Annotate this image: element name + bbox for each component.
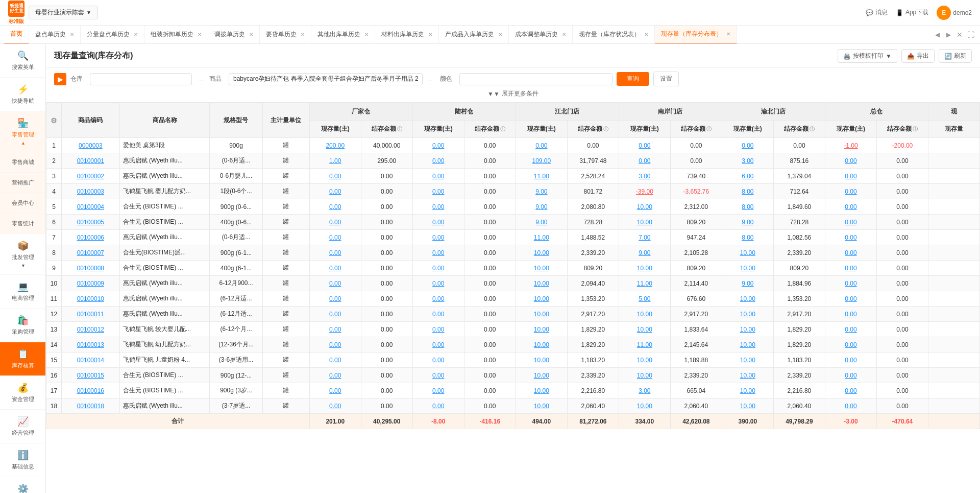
close-icon[interactable]: ✕: [70, 32, 74, 37]
settings-icon[interactable]: ⚙: [51, 116, 57, 125]
nav-prev-icon[interactable]: ◀: [932, 30, 942, 40]
tab-product-in[interactable]: 产成品入库单历史 ✕: [439, 26, 509, 44]
laptop-icon: 💻: [17, 281, 29, 292]
col-name-header: 商品名称: [119, 103, 210, 138]
cell-jb-amt: 2,339.20: [567, 245, 619, 261]
sidebar: 🔍 搜索英单 ⚡ 快捷导航 🏪 零售管理 ▲ 零售商城 营销推广 会员中心 零售…: [0, 44, 46, 493]
cell-na-amt: 947.24: [670, 230, 722, 245]
nav-close-all-icon[interactable]: ✕: [954, 30, 965, 40]
export-btn[interactable]: 📤 导出: [901, 49, 935, 63]
sidebar-item-purchase[interactable]: 🛍️ 采购管理: [0, 309, 45, 342]
info-icon[interactable]: ⓘ: [603, 126, 608, 132]
collapse-arrow[interactable]: ▶: [54, 73, 66, 85]
query-btn[interactable]: 查询: [617, 72, 649, 86]
info-icon[interactable]: ⓘ: [500, 126, 505, 132]
tab-inventory-check[interactable]: 盘点单历史 ✕: [29, 26, 81, 44]
cell-code: 0000003: [62, 138, 120, 153]
sidebar-item-inventory[interactable]: 📋 库存核算: [0, 342, 45, 376]
sidebar-label: 采购管理: [12, 328, 34, 336]
nav-expand-icon[interactable]: ⛶: [966, 30, 976, 40]
sidebar-item-wholesale[interactable]: 📦 批发管理 ▼: [0, 234, 45, 275]
settings-btn[interactable]: 设置: [653, 72, 679, 86]
close-icon[interactable]: ✕: [726, 31, 730, 37]
industry-selector[interactable]: 母婴行业演示陈套 ▼: [29, 6, 98, 19]
cell-jb-amt: 2,094.40: [567, 276, 619, 291]
tab-cost-adjust[interactable]: 成本调整单历史 ✕: [509, 26, 573, 44]
message-btn[interactable]: 💬 消息: [866, 8, 888, 17]
col-na-qty: 现存量(主): [619, 121, 670, 138]
tab-stock-status[interactable]: 现存量（库存状况表） ✕: [573, 26, 655, 44]
cell-total-qty: 0.00: [825, 230, 876, 245]
tab-sub-inventory[interactable]: 分量盘点单历史 ✕: [81, 26, 144, 44]
cell-unit: 罐: [262, 215, 309, 230]
tab-other-out[interactable]: 其他出库单历史 ✕: [311, 26, 375, 44]
tab-material-out[interactable]: 材料出库单历史 ✕: [375, 26, 439, 44]
info-icon[interactable]: ⓘ: [913, 126, 918, 132]
close-icon[interactable]: ✕: [428, 32, 432, 37]
close-icon[interactable]: ✕: [301, 32, 305, 37]
close-icon[interactable]: ✕: [249, 32, 253, 37]
close-icon[interactable]: ✕: [134, 32, 138, 37]
sidebar-item-nav[interactable]: ⚡ 快捷导航: [0, 78, 45, 111]
info-icon[interactable]: ⓘ: [397, 126, 402, 132]
tab-requisition[interactable]: 要货单历史 ✕: [260, 26, 311, 44]
cell-f-amt: 0.00: [361, 307, 412, 322]
info-icon[interactable]: ⓘ: [706, 126, 712, 132]
sidebar-item-marketing[interactable]: 营销推广: [0, 173, 45, 193]
cell-f-qty: 0.00: [309, 169, 361, 184]
sidebar-item-retail-mall[interactable]: 零售商城: [0, 152, 45, 173]
sidebar-item-search[interactable]: 🔍 搜索英单: [0, 44, 45, 78]
cell-l-qty: 0.00: [412, 138, 464, 153]
close-icon[interactable]: ✕: [562, 32, 566, 37]
cell-na-qty: 11.00: [619, 276, 670, 291]
tab-label: 调拨单历史: [214, 30, 245, 39]
sidebar-item-retail-mgmt[interactable]: 🏪 零售管理 ▲: [0, 111, 45, 152]
print-btn[interactable]: 🖨️ 按模板打印 ▼: [838, 49, 897, 63]
cell-code: 00100005: [62, 215, 120, 230]
tab-stock-dist[interactable]: 现存量（库存分布表） ✕: [655, 26, 737, 44]
sidebar-item-ecommerce[interactable]: 💻 电商管理: [0, 275, 45, 309]
cell-no: 1: [46, 138, 62, 153]
cell-no: 15: [46, 353, 62, 368]
sidebar-item-member[interactable]: 会员中心: [0, 193, 45, 214]
sidebar-item-operations[interactable]: 📈 经营管理: [0, 410, 45, 443]
sidebar-item-retail-stat[interactable]: 零售统计: [0, 214, 45, 234]
refresh-btn[interactable]: 🔄 刷新: [939, 49, 972, 63]
print-icon: 🖨️: [843, 53, 851, 60]
gear-icon: ⚙️: [17, 483, 29, 493]
cell-f-qty: 0.00: [309, 230, 361, 245]
cell-na-qty: 10.00: [619, 322, 670, 337]
sidebar-item-basic[interactable]: ℹ️ 基础信息: [0, 443, 45, 477]
cell-jb-amt: 809.20: [567, 261, 619, 276]
cell-spec: 900g (3岁...: [210, 383, 262, 398]
user-area[interactable]: E demo2: [937, 6, 972, 20]
cell-na-amt: 676.60: [670, 291, 722, 307]
cell-name: 飞鹤星飞帆 幼儿配方奶...: [119, 337, 210, 353]
sidebar-item-finance[interactable]: 💰 资金管理: [0, 376, 45, 410]
tab-assembly[interactable]: 组装拆卸单历史 ✕: [144, 26, 208, 44]
warehouse-input[interactable]: [90, 73, 192, 85]
cell-yb-amt: 2,917.20: [773, 307, 825, 322]
close-icon[interactable]: ✕: [198, 32, 202, 37]
cell-extra: [928, 307, 979, 322]
cell-na-qty: 7.00: [619, 230, 670, 245]
close-icon[interactable]: ✕: [498, 32, 502, 37]
col-jb-amt: 结存金额ⓘ: [567, 121, 619, 138]
tab-home[interactable]: 首页: [4, 26, 29, 44]
info-icon[interactable]: ⓘ: [810, 126, 815, 132]
dots-label: ...: [198, 76, 203, 83]
app-download-label: App下载: [905, 8, 928, 17]
col-jb-qty: 现存量(主): [516, 121, 567, 138]
cell-l-qty: 0.00: [412, 322, 464, 337]
app-download-btn[interactable]: 📱 App下载: [896, 8, 928, 17]
cell-yb-amt: 875.16: [773, 153, 825, 169]
tab-transfer[interactable]: 调拨单历史 ✕: [208, 26, 260, 44]
cell-total-amt: 0.00: [876, 337, 928, 353]
color-input[interactable]: [459, 73, 612, 85]
sidebar-item-system[interactable]: ⚙️ 系统管理: [0, 477, 45, 493]
product-input[interactable]: [229, 73, 423, 85]
nav-next-icon[interactable]: ▶: [943, 30, 953, 40]
expand-more-btn[interactable]: ▼▼ 展开更多条件: [54, 89, 972, 98]
close-icon[interactable]: ✕: [364, 32, 369, 37]
close-icon[interactable]: ✕: [644, 32, 648, 37]
